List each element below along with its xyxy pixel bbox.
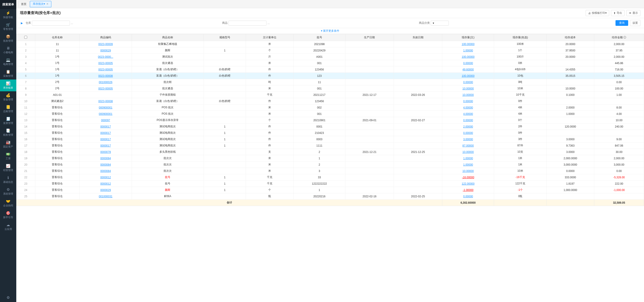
cell-code[interactable]: 0023-00008 bbox=[80, 73, 132, 79]
cell-code[interactable] bbox=[80, 92, 132, 98]
cell-qty-main[interactable]: 10.00000 bbox=[442, 92, 494, 98]
sidebar-item-retail[interactable]: 🛒 零售管理 bbox=[0, 21, 16, 33]
warehouse-input[interactable] bbox=[32, 21, 70, 26]
cell-prod-date bbox=[345, 111, 394, 117]
sidebar-item-invoice[interactable]: 🧾 发票管理 bbox=[0, 115, 16, 127]
display-button[interactable]: 👁 显示 bbox=[626, 10, 640, 16]
cell-code[interactable]: 000900001 bbox=[80, 104, 132, 111]
cell-qty-main[interactable]: 0.00000 bbox=[442, 130, 494, 136]
cell-exp-date bbox=[394, 111, 442, 117]
filter-expand-icon[interactable]: ▶ bbox=[20, 21, 24, 25]
sidebar-item-finance[interactable]: 💰 资金管理 bbox=[0, 91, 16, 103]
cell-name: 测试电商批次 bbox=[132, 123, 204, 130]
sidebar-item-wholesale[interactable]: 📦 批发管理 bbox=[0, 33, 16, 44]
cell-qty-main[interactable]: 4.00000 bbox=[442, 104, 494, 111]
cell-code[interactable]: 001000031 bbox=[80, 193, 132, 200]
product-input[interactable] bbox=[228, 21, 266, 26]
cell-code[interactable]: 001000026 bbox=[80, 79, 132, 85]
sidebar-item-purchase[interactable]: 📋 采购管理 bbox=[0, 68, 16, 80]
cell-code[interactable]: 0000017 bbox=[80, 130, 132, 136]
cell-qty-main[interactable]: 1.00000 bbox=[442, 155, 494, 162]
cell-code[interactable]: 0000017 bbox=[80, 136, 132, 142]
sidebar-item-system[interactable]: ⚙ 系统管理 bbox=[0, 186, 16, 197]
expand-conditions-bar[interactable]: ▾ 展开更多条件 bbox=[16, 28, 644, 34]
cell-qty-main[interactable]: 87.00000 bbox=[442, 142, 494, 149]
sidebar-item-inventory[interactable]: 📊 库存核算 bbox=[0, 80, 16, 91]
cell-code[interactable]: 0000012 bbox=[80, 174, 132, 181]
export-button[interactable]: ⬆ 导出 bbox=[611, 10, 624, 16]
cell-qty-main[interactable]: 100.00000 bbox=[442, 54, 494, 60]
table-row: 25 晋客综仓 001000031 鲜饵A 瓶 20220216 2022-02… bbox=[16, 193, 644, 200]
cell-code[interactable]: 0023-00005 bbox=[80, 85, 132, 92]
cell-qty-main[interactable]: 1.00000 bbox=[442, 47, 494, 54]
row-num: 23 bbox=[16, 181, 35, 187]
retail-icon: 🛒 bbox=[6, 23, 10, 27]
cell-code[interactable]: 0023-00008 bbox=[80, 98, 132, 104]
sidebar-item-cloud[interactable]: ☁ 云应用 bbox=[0, 221, 16, 233]
tab-inventory-batch[interactable]: 库存批次▾ ✕ bbox=[30, 1, 51, 7]
cell-code[interactable]: 0000078 bbox=[80, 149, 132, 155]
sidebar-settings-button[interactable]: ⚙ bbox=[0, 294, 16, 302]
sidebar-item-management[interactable]: 📈 经营管理 bbox=[0, 162, 16, 174]
cell-unit: 件 bbox=[246, 136, 294, 142]
cell-code[interactable]: 000900001 bbox=[80, 111, 132, 117]
cell-code[interactable]: 0000029 bbox=[80, 187, 132, 193]
cell-code[interactable]: 0023-00005 bbox=[80, 60, 132, 66]
cell-amount: 100.00 bbox=[594, 85, 644, 92]
sidebar-item-fixed-assets[interactable]: 🏭 固定资产 bbox=[0, 138, 16, 150]
sidebar-item-collaboration[interactable]: 🤝 企业协同 bbox=[0, 197, 16, 209]
cell-qty-main[interactable]: 0.00000 bbox=[442, 60, 494, 66]
cell-qty-main[interactable]: 0.00000 bbox=[442, 98, 494, 104]
cell-code[interactable]: 0000084 bbox=[80, 168, 132, 174]
cell-code[interactable]: 0000084 bbox=[80, 155, 132, 162]
cell-code[interactable]: 0023-00005 bbox=[80, 66, 132, 73]
finance-icon: 💰 bbox=[6, 93, 10, 97]
cell-qty-main[interactable]: -1.00000 bbox=[442, 187, 494, 193]
cell-code[interactable]: 0000029 bbox=[80, 47, 132, 54]
cell-code[interactable]: 0000084 bbox=[80, 162, 132, 168]
cell-qty-main[interactable]: 10.00000 bbox=[442, 168, 494, 174]
cell-qty-main[interactable]: 100.00000 bbox=[442, 41, 494, 47]
cell-qty-main[interactable]: 2.00000 bbox=[442, 123, 494, 130]
cell-qty-main[interactable]: 4.00000 bbox=[442, 111, 494, 117]
print-button[interactable]: 🖨 按模板打印▾ bbox=[586, 10, 609, 16]
cell-qty-main[interactable]: 0.00000 bbox=[442, 79, 494, 85]
cell-qty-main[interactable]: 1.00000 bbox=[442, 162, 494, 168]
cell-code[interactable]: 0000017 bbox=[80, 142, 132, 149]
cell-qty-main[interactable]: 10.00000 bbox=[442, 149, 494, 155]
cell-code[interactable]: 000097 bbox=[80, 117, 132, 123]
col-checkbox[interactable] bbox=[16, 34, 35, 41]
sidebar-item-mini-ecommerce[interactable]: 🖥 小雅电商 bbox=[0, 44, 16, 56]
cell-spec: 白色/奶橙 bbox=[204, 66, 246, 73]
cell-qty-main[interactable]: 0.00000 bbox=[442, 193, 494, 200]
sidebar-item-quick-nav[interactable]: ⚡ 快捷导航 bbox=[0, 9, 16, 21]
cell-qty-main[interactable]: 10.00000 bbox=[442, 85, 494, 92]
sidebar-item-basic-info[interactable]: ℹ 基础信息 bbox=[0, 174, 16, 186]
table-row: 8 2号 0023-00005 批次遴选 米 001 10.00000 10米 … bbox=[16, 85, 644, 92]
cell-qty-main[interactable]: 122.00000 bbox=[442, 181, 494, 187]
cell-amount: 1.00 bbox=[594, 92, 644, 98]
sidebar-item-tax[interactable]: 📑 税务管理 bbox=[0, 127, 16, 138]
tab-close-icon[interactable]: ✕ bbox=[46, 3, 48, 6]
sidebar-item-payroll[interactable]: 💵 工资 bbox=[0, 150, 16, 162]
cell-qty-main[interactable]: 100.00000 bbox=[442, 73, 494, 79]
cell-qty-main[interactable]: -16.00000 bbox=[442, 174, 494, 181]
sidebar-item-ledger[interactable]: 📒 总账管理 bbox=[0, 103, 16, 115]
tab-home[interactable]: 首页 bbox=[18, 1, 30, 7]
table-settings-button[interactable]: 设置 bbox=[630, 20, 640, 26]
sidebar-item-ecommerce[interactable]: 💻 电商管理 bbox=[0, 56, 16, 68]
cell-qty-main[interactable]: 3.00000 bbox=[442, 136, 494, 142]
search-button[interactable]: 查询 bbox=[616, 20, 628, 26]
sidebar-item-guide[interactable]: 🎯 新手引导 bbox=[0, 209, 16, 221]
cell-qty-main[interactable]: 0.00000 bbox=[442, 117, 494, 123]
cell-code[interactable]: 0023-0000... bbox=[80, 54, 132, 60]
cell-exp-date bbox=[394, 60, 442, 66]
cell-code[interactable]: 0000012 bbox=[80, 181, 132, 187]
cell-code[interactable]: 0000017 bbox=[80, 123, 132, 130]
category-dropdown[interactable]: ▾ bbox=[431, 21, 449, 26]
select-all-checkbox[interactable] bbox=[24, 36, 27, 39]
cell-code[interactable]: 0023-00009 bbox=[80, 41, 132, 47]
cell-cost: 9.7363 bbox=[546, 142, 594, 149]
cell-qty-main[interactable]: 49.60000 bbox=[442, 66, 494, 73]
sidebar-logo[interactable]: 搜索菜单 bbox=[0, 0, 16, 9]
